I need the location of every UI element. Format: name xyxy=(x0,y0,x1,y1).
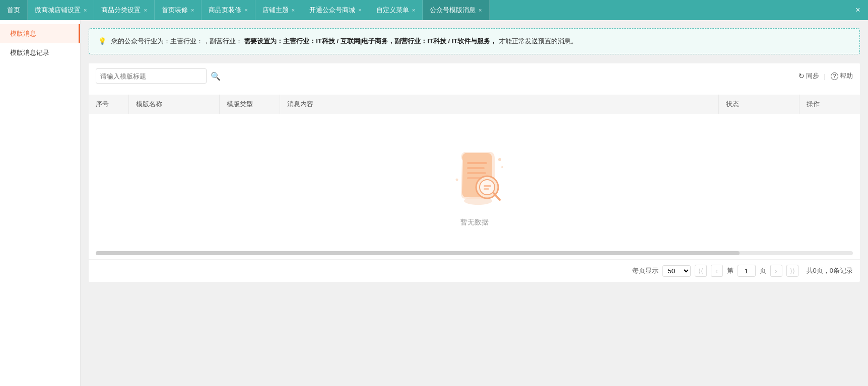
search-right: ↻ 同步 | ? 帮助 xyxy=(798,71,853,81)
close-icon[interactable]: × xyxy=(412,7,415,13)
nav-tab-openstore-label: 开通公众号商城 xyxy=(309,6,355,15)
alert-icon: 💡 xyxy=(98,37,106,45)
sync-icon: ↻ xyxy=(798,72,805,80)
nav-tab-productpage[interactable]: 商品页装修 × xyxy=(202,0,255,20)
close-icon[interactable]: × xyxy=(358,7,361,13)
svg-rect-2 xyxy=(467,167,485,169)
page-size-select[interactable]: 50 20 100 xyxy=(662,265,691,277)
nav-tab-weshop-label: 微商城店铺设置 xyxy=(35,6,81,15)
alert-box: 💡 您的公众号行业为：主营行业：，副营行业： 需要设置为：主营行业：IT科技 /… xyxy=(89,28,860,54)
alert-suffix: 才能正常发送预置的消息。 xyxy=(499,37,577,45)
nav-tab-homepage[interactable]: 首页装修 × xyxy=(155,0,202,20)
pagination: 每页显示 50 20 100 ⟨⟨ ‹ 第 页 › ⟩⟩ 共0页，0条记录 xyxy=(89,259,860,282)
alert-prefix: 您的公众号行业为：主营行业：，副营行业： xyxy=(111,37,242,45)
close-icon[interactable]: × xyxy=(144,7,147,13)
svg-rect-3 xyxy=(467,172,486,174)
search-icon: 🔍 xyxy=(211,72,221,81)
next-page-button[interactable]: › xyxy=(770,265,782,277)
alert-highlight: 需要设置为：主营行业：IT科技 / 互联网|电子商务，副营行业：IT科技 / I… xyxy=(244,37,497,45)
nav-tab-category[interactable]: 商品分类设置 × xyxy=(94,0,154,20)
nav-tab-category-label: 商品分类设置 xyxy=(101,6,141,15)
per-page-label: 每页显示 xyxy=(632,266,658,275)
nav-tab-custommenu[interactable]: 自定义菜单 × xyxy=(369,0,423,20)
nav-tab-shoptheme[interactable]: 店铺主题 × xyxy=(255,0,302,20)
nav-tab-shoptheme-label: 店铺主题 xyxy=(262,6,289,15)
nav-tab-custommenu-label: 自定义菜单 xyxy=(376,6,409,15)
sidebar: 模版消息 模版消息记录 xyxy=(0,20,81,386)
nav-tab-templatemsg[interactable]: 公众号模版消息 × xyxy=(423,0,489,20)
close-icon[interactable]: × xyxy=(84,7,87,13)
nav-tab-openstore[interactable]: 开通公众号商城 × xyxy=(302,0,369,20)
empty-illustration xyxy=(442,144,507,210)
svg-point-10 xyxy=(498,158,501,161)
top-nav: 首页 微商城店铺设置 × 商品分类设置 × 首页装修 × 商品页装修 × 店铺主… xyxy=(0,0,868,20)
vertical-divider: | xyxy=(824,72,826,80)
nav-tab-productpage-label: 商品页装修 xyxy=(209,6,241,15)
scrollbar-track[interactable] xyxy=(96,251,853,255)
sidebar-item-template-record[interactable]: 模版消息记录 xyxy=(0,43,80,62)
svg-point-6 xyxy=(480,180,495,195)
nav-tab-weshop[interactable]: 微商城店铺设置 × xyxy=(28,0,94,20)
svg-point-11 xyxy=(501,166,503,168)
per-page-dropdown[interactable]: 50 20 100 xyxy=(662,265,691,277)
main-layout: 模版消息 模版消息记录 💡 您的公众号行业为：主营行业：，副营行业： 需要设置为… xyxy=(0,20,868,386)
sidebar-item-template-msg-label: 模版消息 xyxy=(10,30,36,37)
sync-label: 同步 xyxy=(806,71,819,81)
scrollbar-thumb[interactable] xyxy=(96,251,740,255)
nav-tab-templatemsg-label: 公众号模版消息 xyxy=(430,6,476,15)
nav-tab-homepage-label: 首页装修 xyxy=(162,6,188,15)
search-left: 🔍 xyxy=(96,68,221,84)
first-page-button[interactable]: ⟨⟨ xyxy=(695,265,707,277)
search-input[interactable] xyxy=(96,68,207,84)
help-label: 帮助 xyxy=(840,71,853,81)
sync-button[interactable]: ↻ 同步 xyxy=(798,71,819,81)
nav-close-all-button[interactable]: × xyxy=(848,0,868,20)
help-icon: ? xyxy=(831,72,838,80)
sidebar-item-template-record-label: 模版消息记录 xyxy=(10,49,49,56)
empty-state: 暂无数据 xyxy=(89,114,860,247)
table-header: 序号 模版名称 模版类型 消息内容 状态 操作 xyxy=(89,95,860,114)
th-index: 序号 xyxy=(89,95,129,114)
nav-tab-home[interactable]: 首页 xyxy=(0,0,28,20)
th-action: 操作 xyxy=(799,95,860,114)
search-button[interactable]: 🔍 xyxy=(211,71,221,81)
svg-point-12 xyxy=(455,179,458,181)
svg-line-7 xyxy=(494,193,500,200)
svg-rect-8 xyxy=(484,185,491,187)
last-page-button[interactable]: ⟩⟩ xyxy=(786,265,798,277)
content-area: 💡 您的公众号行业为：主营行业：，副营行业： 需要设置为：主营行业：IT科技 /… xyxy=(81,20,868,386)
close-icon[interactable]: × xyxy=(479,7,482,13)
page-label-before: 第 xyxy=(727,266,733,275)
prev-page-button[interactable]: ‹ xyxy=(711,265,723,277)
page-number-input[interactable] xyxy=(738,265,756,277)
th-content: 消息内容 xyxy=(280,95,719,114)
empty-text: 暂无数据 xyxy=(460,218,489,227)
nav-tab-home-label: 首页 xyxy=(7,6,20,15)
page-label-after: 页 xyxy=(760,266,766,275)
close-icon[interactable]: × xyxy=(292,7,295,13)
close-icon[interactable]: × xyxy=(244,7,247,13)
sidebar-item-template-msg[interactable]: 模版消息 xyxy=(0,24,80,43)
scrollbar-area xyxy=(89,251,860,255)
search-area: 🔍 ↻ 同步 | ? 帮助 xyxy=(89,63,860,89)
th-status: 状态 xyxy=(719,95,799,114)
th-type: 模版类型 xyxy=(220,95,280,114)
pagination-summary: 共0页，0条记录 xyxy=(807,266,853,275)
svg-rect-1 xyxy=(467,162,487,164)
th-name: 模版名称 xyxy=(129,95,220,114)
help-button[interactable]: ? 帮助 xyxy=(831,71,853,81)
svg-rect-9 xyxy=(484,188,489,190)
close-icon[interactable]: × xyxy=(191,7,194,13)
